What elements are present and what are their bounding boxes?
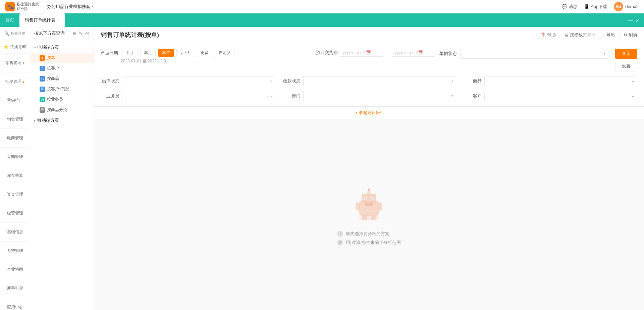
- tree-child-by-customer[interactable]: 人 按客户: [30, 63, 94, 73]
- filter-section: 单据日期 上月 本月 本年 近7天 更多 自定义 2023-01-01 至 20…: [94, 43, 644, 107]
- query-button[interactable]: 查询: [615, 49, 637, 59]
- btn-last-month[interactable]: 上月: [122, 49, 138, 57]
- sidebar-item-purchase[interactable]: 采购管理: [0, 148, 30, 166]
- workspace-selector[interactable]: 办公用品行业模拟账套 ▾: [47, 4, 94, 10]
- btn-custom[interactable]: 自定义: [215, 49, 234, 57]
- sidebar-item-marketing[interactable]: 营销推广: [0, 91, 30, 110]
- minimize-icon[interactable]: —: [628, 17, 633, 23]
- print-template-button[interactable]: 🖨 按模板打印 ▾: [564, 32, 595, 38]
- salesman-input[interactable]: ···: [122, 91, 275, 101]
- btn-this-year[interactable]: 本年: [158, 49, 174, 57]
- goods-dots-icon: ···: [630, 79, 634, 84]
- collapse-bar[interactable]: ∧ 收起更多条件: [94, 107, 644, 119]
- add-scheme-icon[interactable]: ⊕: [72, 31, 76, 36]
- filter-row-3: 业务员 ··· 部门 ▾ 客户: [101, 91, 637, 101]
- bill-status-select[interactable]: ▾: [460, 49, 608, 59]
- tree-parent-mobile[interactable]: ▸ 移动端方案: [30, 115, 94, 126]
- svg-rect-7: [365, 203, 373, 206]
- refresh-button[interactable]: ↻ 刷新: [624, 32, 637, 38]
- hint-2: 2 用[过滤]条件来缩小分析范围: [337, 240, 400, 246]
- retail-label: 零售管理: [5, 60, 21, 66]
- svg-rect-10: [362, 215, 367, 220]
- maximize-icon[interactable]: ⤢: [636, 17, 640, 23]
- sidebar-search[interactable]: 🔍 搜索菜单: [0, 27, 30, 40]
- goods-input[interactable]: ···: [484, 76, 637, 86]
- sidebar-item-enterprise[interactable]: 企业协同: [0, 260, 30, 279]
- settings-button[interactable]: 设置: [615, 61, 637, 71]
- customer-dots-icon: ···: [630, 93, 634, 99]
- tab-close-icon[interactable]: ×: [57, 18, 60, 22]
- collapse-panel-icon[interactable]: ≪: [85, 31, 90, 36]
- customer-input[interactable]: ···: [484, 91, 637, 101]
- tree-child-by-order[interactable]: ● 按单: [30, 53, 94, 63]
- svg-rect-2: [362, 194, 376, 203]
- tab-home[interactable]: 首页: [0, 13, 19, 27]
- tab-sales-order[interactable]: 销售订单统计表 ×: [19, 13, 65, 27]
- message-button[interactable]: 💬 消息: [562, 4, 577, 10]
- sidebar-item-sales[interactable]: 销售管理: [0, 110, 30, 129]
- help-button[interactable]: ❓ 帮助: [540, 32, 556, 38]
- export-button[interactable]: ↓ 导出: [603, 32, 615, 38]
- expected-date-start[interactable]: yyyy-mm-dd 📅: [340, 49, 383, 57]
- sidebar-item-newbie[interactable]: 新手引导: [0, 279, 30, 298]
- scheme-icon-category: 类: [40, 107, 45, 113]
- scheme-icon-customer: 人: [40, 66, 45, 71]
- wholesale-arrow-icon: ▴: [23, 80, 24, 84]
- expected-date-end[interactable]: yyyy-mm-dd 📅: [392, 49, 435, 57]
- ship-status-label: 出库状态: [101, 78, 119, 84]
- btn-this-month[interactable]: 本月: [140, 49, 156, 57]
- tree-child-by-category[interactable]: 类 按商品分类: [30, 105, 94, 115]
- tree-child-by-salesman[interactable]: 员 按业务员: [30, 94, 94, 105]
- wholesale-label: 批发管理: [5, 79, 21, 85]
- scheme-tree: ▾ 电脑端方案 ● 按单 人 按客户 品 按商品 客 按客户+商品 员 按业务员: [30, 40, 94, 128]
- sidebar-item-basic[interactable]: 基础信息: [0, 223, 30, 242]
- print-dropdown-icon: ▾: [593, 33, 595, 37]
- tree-collapse-icon: ▸: [34, 119, 36, 122]
- calendar-end-icon: 📅: [418, 50, 423, 55]
- sidebar-item-retail[interactable]: 零售管理 ▾: [0, 54, 30, 72]
- expected-date-filter: 预计交货期 yyyy-mm-dd 📅 — yyyy-mm-dd 📅: [316, 49, 435, 57]
- btn-last-7-days[interactable]: 近7天: [176, 49, 194, 57]
- sidebar-item-finance[interactable]: 资金管理: [0, 185, 30, 204]
- date-filter-area: 单据日期 上月 本月 本年 近7天 更多 自定义 2023-01-01 至 20…: [101, 49, 312, 64]
- query-buttons: 查询 设置: [615, 49, 637, 71]
- sidebar-item-system[interactable]: 系统管理: [0, 242, 30, 260]
- sidebar-item-ecommerce[interactable]: 电商管理: [0, 129, 30, 148]
- collect-status-select[interactable]: ▾: [303, 76, 456, 86]
- edit-scheme-icon[interactable]: ✎: [78, 31, 83, 36]
- hint-number-2: 2: [337, 240, 343, 246]
- ship-status-select[interactable]: ▾: [122, 76, 275, 86]
- header-actions: ❓ 帮助 🖨 按模板打印 ▾ ↓ 导出 ↻ 刷新: [540, 32, 638, 42]
- top-bar-left: 🐾 畅捷通好生意 标准版 办公用品行业模拟账套 ▾: [5, 2, 94, 11]
- ship-status-cell: 出库状态 ▾: [101, 76, 275, 86]
- tree-child-by-customer-goods[interactable]: 客 按客户+商品: [30, 84, 94, 94]
- left-panel: 按以下方案查询 ⊕ ✎ ≪ ▾ 电脑端方案 ● 按单 人 按客户 品: [30, 27, 94, 310]
- svg-rect-8: [356, 202, 360, 211]
- dept-select[interactable]: ▾: [303, 91, 456, 101]
- tree-child-by-goods[interactable]: 品 按商品: [30, 73, 94, 84]
- sidebar-item-wholesale[interactable]: 批发管理 ▴: [0, 72, 30, 91]
- top-bar-right: 💬 消息 📱 App下载 Ea demo2: [562, 2, 639, 11]
- btn-more[interactable]: 更多: [197, 49, 212, 57]
- bill-status-select-wrapper: ▾: [460, 49, 608, 59]
- logo-text: 畅捷通好生意 标准版: [17, 2, 39, 11]
- salesman-label: 业务员: [101, 93, 119, 99]
- sidebar-item-inventory[interactable]: 库存核算: [0, 166, 30, 185]
- tree-parent-pc[interactable]: ▾ 电脑端方案: [30, 42, 94, 53]
- app-download-button[interactable]: 📱 App下载: [584, 4, 607, 10]
- sidebar-item-appstore[interactable]: 应用中心: [0, 298, 30, 310]
- divider3: [619, 33, 620, 37]
- user-menu[interactable]: Ea demo2: [614, 2, 639, 11]
- calendar-start-icon: 📅: [366, 50, 371, 55]
- customer-cell: 客户 ···: [463, 91, 637, 101]
- sidebar-quicknav[interactable]: ⭐ 快捷导航: [0, 40, 30, 54]
- hint-number-1: 1: [337, 231, 343, 237]
- download-icon: 📱: [584, 4, 589, 9]
- scheme-icon-cust-goods: 客: [40, 87, 45, 92]
- user-name: demo2: [625, 4, 639, 9]
- refresh-icon: ↻: [624, 33, 627, 38]
- scheme-icon-order: ●: [40, 55, 45, 61]
- salesman-cell: 业务员 ···: [101, 91, 275, 101]
- sidebar-item-operation[interactable]: 经营管理: [0, 204, 30, 223]
- scheme-icon-salesman: 员: [40, 97, 45, 102]
